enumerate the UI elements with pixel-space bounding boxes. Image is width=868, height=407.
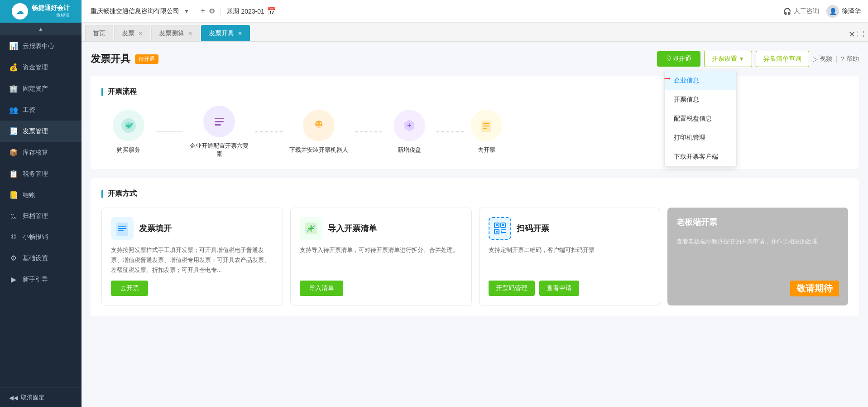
close-window-btn[interactable]: ✕ bbox=[849, 29, 855, 39]
logo-title: 畅捷通好会计 bbox=[32, 4, 70, 12]
page-header: 发票开具 待开通 立即开通 开票设置 ▼ 异常清单查询 ▷ 视频 | bbox=[91, 51, 859, 67]
sidebar-item-xinshouyindao[interactable]: ▶ 新手引导 bbox=[0, 269, 82, 290]
sidebar-item-yunbao[interactable]: 📊 云报表中心 bbox=[0, 35, 82, 57]
methods-title-text: 开票方式 bbox=[108, 189, 137, 199]
calendar-icon[interactable]: 📅 bbox=[267, 7, 276, 15]
tab-fapiao[interactable]: 发票 ✕ bbox=[114, 25, 150, 41]
methods-title: 开票方式 bbox=[101, 189, 848, 199]
svg-rect-15 bbox=[117, 223, 128, 236]
tab-bar: 首页 发票 ✕ 发票测算 ✕ 发票开具 ✕ ✕ ⛶ bbox=[82, 23, 868, 42]
svg-point-8 bbox=[320, 123, 321, 124]
sidebar-label-kucun: 库存核算 bbox=[23, 149, 48, 157]
tab-home[interactable]: 首页 bbox=[85, 25, 113, 41]
flow-step-download-label: 下载并安装开票机器人 bbox=[289, 146, 348, 154]
add-button[interactable]: + bbox=[201, 6, 206, 16]
sidebar-item-jiezhang[interactable]: 📒 结账 bbox=[0, 184, 82, 206]
chevron-down-icon[interactable]: ▼ bbox=[184, 8, 189, 15]
tab-fapiaocesuan[interactable]: 发票测算 ✕ bbox=[151, 25, 200, 41]
jiezhang-icon: 📒 bbox=[9, 191, 18, 199]
sidebar-item-zijin[interactable]: 💰 资金管理 bbox=[0, 57, 82, 78]
sidebar-label-gongzi: 工资 bbox=[23, 106, 35, 114]
user-name: 徐泽华 bbox=[842, 7, 861, 15]
dropdown-item-download[interactable]: 下载开票客户端 bbox=[665, 147, 736, 166]
coming-soon-area: 敬请期待 bbox=[676, 281, 839, 296]
method-scan-btn2[interactable]: 查看申请 bbox=[539, 281, 579, 296]
sidebar-cancel-fixed[interactable]: ◀◀ 取消固定 bbox=[0, 388, 82, 407]
method-fill-btn[interactable]: 去开票 bbox=[111, 281, 148, 296]
dropdown-download-label: 下载开票客户端 bbox=[674, 153, 718, 160]
tab-fapiaokaiyu[interactable]: 发票开具 ✕ bbox=[201, 25, 250, 41]
sidebar-item-fapiao[interactable]: 🧾 发票管理 bbox=[0, 121, 82, 142]
separator: | bbox=[836, 55, 838, 63]
sidebar-item-kucun[interactable]: 📦 库存核算 bbox=[0, 142, 82, 163]
settings-icon-btn[interactable]: ⚙ bbox=[209, 7, 215, 15]
sidebar-label-shuiwu: 税务管理 bbox=[23, 170, 48, 178]
svg-text:+: + bbox=[407, 121, 411, 129]
sidebar-label-jiezhang: 结账 bbox=[23, 191, 35, 199]
svg-rect-4 bbox=[215, 121, 224, 122]
activate-btn[interactable]: 立即开通 bbox=[657, 51, 700, 67]
method-fill-title: 发票填开 bbox=[139, 223, 172, 234]
method-scan-btn1[interactable]: 开票码管理 bbox=[489, 281, 535, 296]
flow-step-addtax-icon: + bbox=[393, 110, 425, 141]
dropdown-item-dayinji[interactable]: 打印机管理 bbox=[665, 128, 736, 147]
methods-title-bar bbox=[101, 190, 103, 198]
svg-rect-12 bbox=[483, 123, 489, 124]
company-selector[interactable]: 重庆畅捷交通信息咨询有限公司 ▼ bbox=[82, 7, 189, 15]
method-scan-desc: 支持定制开票二维码，客户端可扫码开票 bbox=[489, 245, 651, 275]
service-btn[interactable]: 🎧 人工咨询 bbox=[783, 7, 819, 15]
sidebar-label-gudingzichan: 固定资产 bbox=[23, 85, 48, 93]
sidebar-item-guidang[interactable]: 🗂 归档管理 bbox=[0, 206, 82, 227]
settings-btn[interactable]: 开票设置 ▼ bbox=[704, 51, 752, 67]
method-cards: 发票填开 支持按照发票样式手工填开发票；可开具增值税电子普通发票、增值税普通发票… bbox=[101, 208, 848, 305]
flow-title-bar bbox=[101, 88, 103, 96]
maximize-window-btn[interactable]: ⛶ bbox=[857, 30, 864, 39]
flow-connector-3 bbox=[355, 131, 382, 132]
tab-fapiaokaiyu-close[interactable]: ✕ bbox=[238, 30, 242, 37]
method-import-title: 导入开票清单 bbox=[328, 223, 377, 234]
svg-rect-16 bbox=[118, 226, 126, 227]
sidebar-item-jichushezhi[interactable]: ⚙ 基础设置 bbox=[0, 247, 82, 269]
sidebar-item-xiaochang[interactable]: © 小畅报销 bbox=[0, 227, 82, 247]
tab-fapiaocesuan-label: 发票测算 bbox=[159, 29, 184, 38]
status-badge: 待开通 bbox=[135, 54, 158, 64]
svg-rect-26 bbox=[501, 229, 506, 230]
sidebar: ▲ 📊 云报表中心 💰 资金管理 🏢 固定资产 👥 工资 🧾 发票管理 📦 库存… bbox=[0, 23, 82, 407]
period-label: 账期 bbox=[226, 7, 239, 15]
flow-step-invoice-label: 去开票 bbox=[478, 146, 495, 154]
video-btn[interactable]: ▷ 视频 bbox=[813, 55, 832, 63]
divider1 bbox=[195, 7, 195, 16]
dropdown-item-qiye[interactable]: 企业信息 bbox=[665, 71, 736, 90]
sidebar-item-shuiwu[interactable]: 📋 税务管理 bbox=[0, 163, 82, 184]
kucun-icon: 📦 bbox=[9, 148, 18, 157]
logo-text-area: 畅捷通好会计 旗舰版 bbox=[32, 4, 70, 19]
exception-btn[interactable]: 异常清单查询 bbox=[756, 51, 809, 67]
method-card-import: 导入开票清单 支持导入待开票清单，可对待开票清单进行拆分、合并处理。 导入清单 bbox=[290, 208, 472, 305]
flow-step-buy: + 购买服务 bbox=[101, 110, 156, 154]
user-info[interactable]: 👤 徐泽华 bbox=[826, 5, 861, 18]
dropdown-item-kaipiao[interactable]: 开票信息 bbox=[665, 90, 736, 109]
tab-fapiaocesuan-close[interactable]: ✕ bbox=[188, 30, 192, 37]
sidebar-scroll-up[interactable]: ▲ bbox=[0, 23, 82, 35]
video-label: 视频 bbox=[820, 55, 832, 63]
dropdown-item-peizhi[interactable]: 配置税盘信息 bbox=[665, 109, 736, 128]
svg-rect-24 bbox=[502, 224, 504, 226]
flow-connector-4 bbox=[436, 131, 464, 132]
tab-fapiao-close[interactable]: ✕ bbox=[138, 30, 143, 37]
svg-rect-3 bbox=[215, 118, 224, 119]
flow-step-config-icon bbox=[203, 106, 235, 137]
sidebar-item-gongzi[interactable]: 👥 工资 bbox=[0, 99, 82, 121]
method-scan-header: 扫码开票 bbox=[489, 217, 651, 240]
flow-step-config: 企业开通配置开票六要素 bbox=[183, 106, 255, 158]
sidebar-item-gudingzichan[interactable]: 🏢 固定资产 bbox=[0, 78, 82, 99]
method-import-btn[interactable]: 导入清单 bbox=[300, 281, 343, 296]
yunbao-icon: 📊 bbox=[9, 42, 18, 50]
content-area: 首页 发票 ✕ 发票测算 ✕ 发票开具 ✕ ✕ ⛶ bbox=[82, 23, 868, 407]
flow-connector-2 bbox=[255, 131, 283, 132]
svg-rect-23 bbox=[496, 224, 498, 226]
help-btn[interactable]: ? 帮助 bbox=[841, 55, 859, 63]
sidebar-label-xiaochang: 小畅报销 bbox=[23, 233, 48, 241]
svg-text:+: + bbox=[127, 121, 130, 129]
main-layout: ▲ 📊 云报表中心 💰 资金管理 🏢 固定资产 👥 工资 🧾 发票管理 📦 库存… bbox=[0, 23, 868, 407]
play-icon: ▷ bbox=[813, 55, 818, 63]
